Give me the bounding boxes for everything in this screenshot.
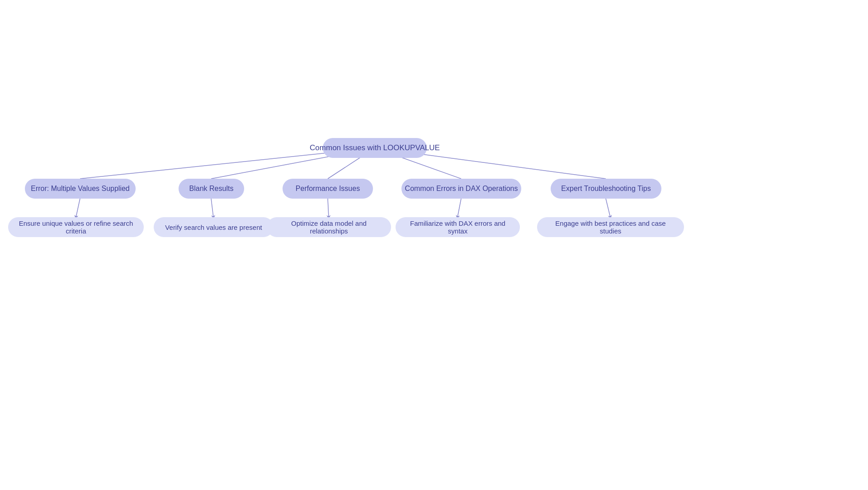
child-node-3: Performance Issues	[283, 179, 373, 199]
leaf-node-5: Engage with best practices and case stud…	[537, 217, 684, 237]
diagram-container: Common Issues with LOOKUPVALUE Error: Mu…	[0, 0, 868, 490]
child-node-1: Error: Multiple Values Supplied	[25, 179, 136, 199]
svg-line-6	[211, 199, 213, 217]
child-node-5: Expert Troubleshooting Tips	[551, 179, 661, 199]
root-node: Common Issues with LOOKUPVALUE	[323, 138, 427, 158]
svg-line-5	[76, 199, 80, 217]
child-node-2: Blank Results	[179, 179, 244, 199]
leaf-node-2: Verify search values are present	[154, 217, 274, 237]
child-node-4: Common Errors in DAX Operations	[401, 179, 521, 199]
svg-line-8	[458, 199, 461, 217]
svg-line-9	[606, 199, 610, 217]
svg-line-7	[328, 199, 329, 217]
connector-svg	[0, 0, 868, 490]
leaf-node-4: Familiarize with DAX errors and syntax	[396, 217, 520, 237]
leaf-node-1: Ensure unique values or refine search cr…	[8, 217, 144, 237]
leaf-node-3: Optimize data model and relationships	[267, 217, 391, 237]
